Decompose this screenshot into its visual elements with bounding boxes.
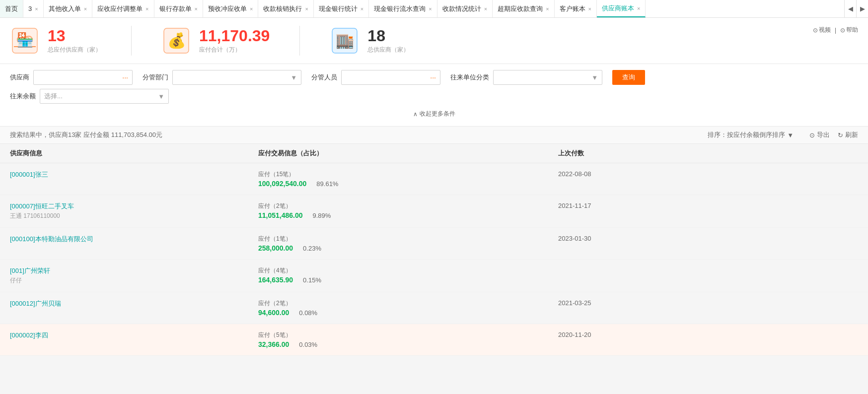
close-icon[interactable]: × <box>361 6 363 12</box>
store-icon: 🏬 <box>330 26 360 56</box>
supplier-cell: [001]广州荣轩 仔仔 <box>10 266 258 285</box>
supplier-cell: [000002]李四 <box>10 331 258 340</box>
table-wrapper: 供应商信息 应付交易信息（占比） 上次付数 [000001]张三 应付（15笔）… <box>0 144 868 394</box>
export-label: 导出 <box>817 131 830 139</box>
trans-cell: 应付（1笔） 258,000.00 0.23% <box>258 235 558 252</box>
filter-person: 分管人员 ··· <box>311 70 440 85</box>
total-suppliers-label: 总供应商（家） <box>367 46 409 54</box>
last-date: 2021-03-25 <box>558 299 591 307</box>
col-last-payment: 上次付数 <box>558 149 858 158</box>
sort-label: 排序：按应付余额倒序排序 <box>708 131 785 139</box>
filter-row-2: 往来余额 选择... ▼ <box>10 89 858 104</box>
supplier-link[interactable]: [000007]恒旺二手叉车 <box>10 202 74 210</box>
person-input[interactable]: ··· <box>341 70 440 85</box>
supplier-link[interactable]: [000002]李四 <box>10 331 48 339</box>
refresh-button[interactable]: ↻ 刷新 <box>838 131 858 139</box>
balance-select[interactable]: 选择... ▼ <box>40 89 169 104</box>
close-icon[interactable]: × <box>305 6 308 12</box>
close-icon[interactable]: × <box>546 6 549 12</box>
supplier-dots-icon[interactable]: ··· <box>122 73 128 81</box>
svg-text:💰: 💰 <box>167 32 186 50</box>
supplier-link[interactable]: [000100]本特勤油品有限公司 <box>10 235 93 243</box>
help-link[interactable]: 帮助 <box>846 26 858 34</box>
stat-divider-1 <box>131 26 132 56</box>
table-row: [000001]张三 应付（15笔） 100,092,540.00 89.61%… <box>0 163 868 195</box>
result-bar: 搜索结果中，供应商13家 应付金额 111,703,854.00元 排序：按应付… <box>0 127 868 144</box>
balance-placeholder: 选择... <box>44 92 63 101</box>
person-dots-icon[interactable]: ··· <box>430 73 436 81</box>
supplier-link[interactable]: [000012]广州贝瑞 <box>10 300 61 307</box>
close-icon[interactable]: × <box>484 6 487 12</box>
collapse-button[interactable]: ∧ 收起更多条件 <box>10 108 858 120</box>
table-row: [000100]本特勤油品有限公司 应付（1笔） 258,000.00 0.23… <box>0 228 868 260</box>
refresh-label: 刷新 <box>845 131 858 139</box>
table-row: [001]广州荣轩 仔仔 应付（4笔） 164,635.90 0.15% <box>0 260 868 292</box>
last-date-cell: 2023-01-30 <box>558 235 858 242</box>
nav-home[interactable]: 首页 <box>0 0 23 17</box>
supplier-cell: [000012]广州贝瑞 <box>10 299 258 308</box>
amount-value: 258,000.00 <box>258 244 293 252</box>
supplier-input[interactable]: ··· <box>33 70 133 85</box>
filter-area: 供应商 ··· 分管部门 ▼ 分管人员 ··· 往来单位分类 <box>0 64 868 127</box>
filter-unit: 往来单位分类 ▼ <box>450 70 602 85</box>
close-icon[interactable]: × <box>145 6 148 12</box>
nav-receivable-adjustment[interactable]: 应收应付调整单 × <box>92 0 154 17</box>
sort-select[interactable]: 排序：按应付余额倒序排序 ▼ <box>708 131 794 139</box>
close-icon[interactable]: × <box>195 6 198 12</box>
result-actions: 排序：按应付余额倒序排序 ▼ ⊙ 导出 ↻ 刷新 <box>708 131 858 139</box>
trans-label: 应付（5笔） <box>258 331 558 339</box>
supplier-cell: [000001]张三 <box>10 170 258 179</box>
balance-filter-label: 往来余额 <box>10 92 36 101</box>
dept-select[interactable]: ▼ <box>172 70 301 85</box>
close-icon[interactable]: × <box>250 6 253 12</box>
amount-value: 11,051,486.00 <box>258 211 303 219</box>
amount-value: 32,366.00 <box>258 340 289 348</box>
nav-cash-flow-query[interactable]: 现金银行流水查询 × <box>369 0 437 17</box>
stats-bar: ⬡ 🏪 13 总应付供应商（家） 💰 11,170.39 应 <box>0 18 868 64</box>
nav-collection-exec[interactable]: 收款核销执行 × <box>258 0 313 17</box>
nav-bank-deposit[interactable]: 银行存款单 × <box>154 0 203 17</box>
balance-arrow-icon: ▼ <box>158 93 164 100</box>
nav-right-arrow[interactable]: ▶ <box>856 0 868 18</box>
close-icon[interactable]: × <box>637 5 640 11</box>
last-date: 2020-11-20 <box>558 331 591 338</box>
nav-cash-bank-stats[interactable]: 现金银行统计 × <box>314 0 369 17</box>
supplier-link[interactable]: [000001]张三 <box>10 171 48 178</box>
export-button[interactable]: ⊙ 导出 <box>809 131 830 139</box>
filter-row-1: 供应商 ··· 分管部门 ▼ 分管人员 ··· 往来单位分类 <box>10 70 858 85</box>
nav-scroll-arrows: ◀ ▶ <box>844 0 868 18</box>
close-icon[interactable]: × <box>84 6 87 12</box>
svg-text:🏪: 🏪 <box>16 32 34 48</box>
nav-tab-3[interactable]: 3 × <box>23 0 44 17</box>
table-row: [000012]广州贝瑞 应付（2笔） 94,600.00 0.08% 2021… <box>0 292 868 324</box>
stat-divider-2 <box>299 26 300 56</box>
close-icon[interactable]: × <box>35 6 38 12</box>
trans-label: 应付（2笔） <box>258 202 558 210</box>
filter-balance: 往来余额 选择... ▼ <box>10 89 169 104</box>
supplier-filter-label: 供应商 <box>10 73 29 82</box>
supplier-icon: ⬡ 🏪 <box>10 26 40 56</box>
unit-select[interactable]: ▼ <box>493 70 602 85</box>
payable-total-label: 应付合计（万） <box>199 46 270 54</box>
supplier-link[interactable]: [001]广州荣轩 <box>10 267 50 274</box>
video-link[interactable]: 视频 <box>819 26 831 34</box>
nav-left-arrow[interactable]: ◀ <box>844 0 856 18</box>
supplier-sub: 王通 17106110000 <box>10 212 258 220</box>
trans-label: 应付（4笔） <box>258 266 558 275</box>
close-icon[interactable]: × <box>429 6 432 12</box>
nav-supplier-ledger[interactable]: 供应商账本 × <box>597 0 646 17</box>
stat-payable-suppliers: ⬡ 🏪 13 总应付供应商（家） <box>10 26 101 56</box>
nav-collection-stats[interactable]: 收款情况统计 × <box>437 0 493 17</box>
query-button[interactable]: 查询 <box>612 70 645 85</box>
last-date-cell: 2021-11-17 <box>558 202 858 209</box>
amount-value: 100,092,540.00 <box>258 180 306 188</box>
trans-label: 应付（2笔） <box>258 299 558 308</box>
stat-payable-total: 💰 11,170.39 应付合计（万） <box>161 26 270 56</box>
close-icon[interactable]: × <box>588 6 591 12</box>
nav-customer-ledger[interactable]: 客户账本 × <box>555 0 597 17</box>
amount-value: 94,600.00 <box>258 309 289 317</box>
nav-overdue-query[interactable]: 超期应收款查询 × <box>493 0 554 17</box>
supplier-cell: [000007]恒旺二手叉车 王通 17106110000 <box>10 202 258 220</box>
nav-advance-collection[interactable]: 预收冲应收单 × <box>203 0 258 17</box>
nav-other-income[interactable]: 其他收入单 × <box>44 0 92 17</box>
